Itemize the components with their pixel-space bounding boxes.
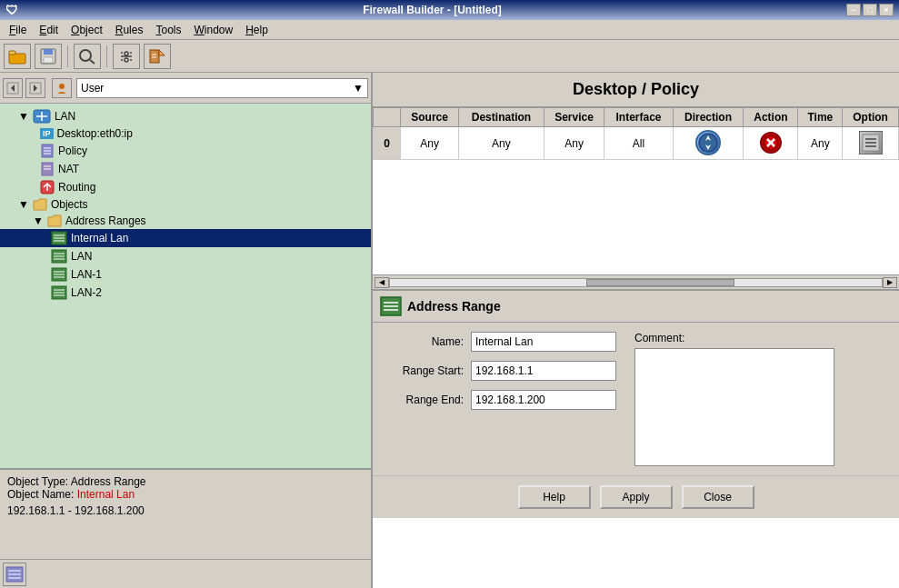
export-button[interactable]	[144, 44, 171, 69]
user-select-arrow: ▼	[353, 82, 364, 95]
tree-item-address-ranges[interactable]: ▼ Address Ranges	[0, 213, 371, 229]
scrollbar-track[interactable]	[389, 278, 883, 287]
tree-label-policy: Policy	[58, 145, 87, 157]
tree-item-lan-1[interactable]: LAN-1	[0, 265, 371, 284]
nav-back-button[interactable]	[3, 78, 23, 98]
menu-bar: File Edit Object Rules Tools Window Help	[0, 20, 899, 40]
range-end-input[interactable]	[471, 390, 616, 410]
toolbar	[0, 40, 899, 73]
menu-edit[interactable]: Edit	[34, 22, 64, 38]
tree-label-lan2: LAN	[71, 250, 92, 263]
policy-title: Desktop / Policy	[373, 73, 899, 107]
folder-icon-objects	[33, 198, 47, 211]
settings-button[interactable]	[113, 44, 140, 69]
policy-table: Source Destination Service Interface Dir…	[373, 107, 899, 160]
svg-rect-7	[150, 50, 159, 63]
row-source: Any	[401, 127, 459, 160]
ar-header-icon	[380, 296, 402, 316]
tree-label-lan-1: LAN-1	[71, 268, 102, 281]
range-end-row: Range End:	[382, 390, 616, 410]
tree-item-lan[interactable]: ▼ LAN	[0, 107, 371, 125]
ar-header: Address Range	[373, 291, 899, 323]
h-scrollbar[interactable]: ◀ ▶	[373, 274, 899, 289]
menu-file[interactable]: File	[4, 22, 32, 38]
tree-item-lan-2[interactable]: LAN-2	[0, 284, 371, 302]
window-icon: 🛡	[5, 3, 18, 17]
menu-help[interactable]: Help	[240, 22, 274, 38]
save-button[interactable]	[35, 44, 62, 69]
object-info: Object Type: Address Range Object Name: …	[0, 468, 371, 559]
expand-icon-address-ranges: ▼	[33, 214, 44, 227]
col-num	[374, 108, 401, 127]
table-scroll[interactable]: Source Destination Service Interface Dir…	[373, 107, 899, 274]
apply-button[interactable]: Apply	[600, 485, 673, 509]
comment-label: Comment:	[634, 332, 834, 344]
col-time: Time	[798, 108, 843, 127]
object-type-row: Object Type: Address Range	[7, 475, 364, 488]
ar-body: Name: Range Start: Range End: Comment:	[373, 323, 899, 475]
tree-item-lan2[interactable]: LAN	[0, 247, 371, 265]
scrollbar-thumb[interactable]	[586, 279, 734, 286]
row-option	[843, 127, 899, 160]
range-icon-lan2	[51, 285, 67, 300]
nav-forward-button[interactable]	[25, 78, 45, 98]
close-button-ar[interactable]: Close	[682, 485, 754, 509]
table-header-row: Source Destination Service Interface Dir…	[374, 108, 899, 127]
menu-tools[interactable]: Tools	[150, 22, 186, 38]
title-controls: − □ ×	[846, 4, 894, 16]
object-name-row: Object Name: Internal Lan	[7, 488, 364, 501]
svg-point-15	[59, 84, 65, 89]
left-panel: User ▼ ▼ LAN IP Desktop:eth0:ip Policy	[0, 73, 373, 588]
scroll-left-button[interactable]: ◀	[375, 277, 389, 288]
row-interface: All	[604, 127, 673, 160]
svg-rect-3	[44, 49, 53, 55]
menu-rules[interactable]: Rules	[110, 22, 149, 38]
col-option: Option	[843, 108, 899, 127]
row-destination: Any	[459, 127, 544, 160]
table-area: Source Destination Service Interface Dir…	[373, 107, 899, 289]
ar-footer: Help Apply Close	[373, 475, 899, 518]
comment-textarea[interactable]	[634, 348, 834, 466]
help-button[interactable]: Help	[518, 485, 591, 509]
tree-item-objects[interactable]: ▼ Objects	[0, 196, 371, 213]
ip-icon: IP	[40, 128, 54, 139]
bottom-tool-button[interactable]	[3, 563, 26, 586]
ar-form: Name: Range Start: Range End:	[382, 332, 616, 466]
col-action: Action	[744, 108, 798, 127]
name-label: Name:	[382, 335, 464, 348]
svg-marker-8	[159, 50, 165, 55]
user-select-label: User	[81, 82, 104, 95]
name-input[interactable]	[471, 332, 616, 352]
restore-button[interactable]: □	[863, 4, 877, 16]
tree-item-desktop-eth0[interactable]: IP Desktop:eth0:ip	[0, 125, 371, 142]
tree-label-desktop-eth0: Desktop:eth0:ip	[57, 127, 133, 140]
find-button[interactable]	[74, 44, 101, 69]
table-row[interactable]: 0 Any Any Any All	[374, 127, 899, 160]
tree-item-internal-lan[interactable]: Internal Lan	[0, 229, 371, 247]
folder-icon-ranges	[47, 214, 62, 227]
col-service: Service	[544, 108, 604, 127]
svg-rect-1	[9, 51, 15, 55]
tree-item-nat[interactable]: NAT	[0, 160, 371, 178]
main-content: User ▼ ▼ LAN IP Desktop:eth0:ip Policy	[0, 73, 899, 588]
menu-object[interactable]: Object	[65, 22, 108, 38]
row-action	[744, 127, 798, 160]
minimize-button[interactable]: −	[846, 4, 861, 16]
right-panel: Desktop / Policy Source Destination Serv…	[373, 73, 899, 588]
close-button[interactable]: ×	[879, 4, 894, 16]
range-end-label: Range End:	[382, 394, 464, 406]
user-icon	[52, 78, 72, 98]
tree-item-routing[interactable]: Routing	[0, 178, 371, 196]
menu-window[interactable]: Window	[188, 22, 238, 38]
toolbar-separator-1	[67, 45, 68, 67]
left-toolbar: User ▼	[0, 73, 371, 104]
range-start-input[interactable]	[471, 361, 616, 381]
user-select[interactable]: User ▼	[76, 78, 368, 98]
title-bar: 🛡 Firewall Builder - [Untitled] − □ ×	[0, 0, 899, 20]
open-button[interactable]	[4, 44, 31, 69]
col-source: Source	[401, 108, 459, 127]
scroll-right-button[interactable]: ▶	[883, 277, 897, 288]
tree-label-objects: Objects	[51, 198, 88, 211]
tree-area[interactable]: ▼ LAN IP Desktop:eth0:ip Policy NAT	[0, 104, 371, 468]
tree-item-policy[interactable]: Policy	[0, 142, 371, 160]
